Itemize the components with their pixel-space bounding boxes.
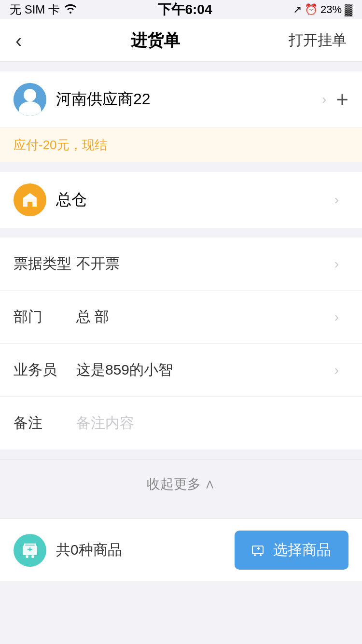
remark-row[interactable]: 备注 备注内容 — [0, 397, 362, 449]
product-count: 共0种商品 — [56, 540, 235, 560]
department-label: 部门 — [14, 307, 76, 327]
carrier-label: 无 SIM 卡 — [10, 2, 60, 17]
status-time: 下午6:04 — [158, 0, 212, 19]
body-fill — [0, 591, 362, 644]
nav-bar: ‹ 进货单 打开挂单 — [0, 19, 362, 62]
page-title: 进货单 — [131, 29, 180, 52]
product-section: 共0种商品 选择商品 — [0, 518, 362, 581]
invoice-type-value: 不开票 — [76, 254, 334, 274]
invoice-type-label: 票据类型 — [14, 254, 76, 274]
location-icon: ↗ — [293, 3, 302, 16]
supplier-avatar — [14, 83, 46, 116]
salesperson-row[interactable]: 业务员 这是859的小智 › — [0, 344, 362, 397]
avatar-person-icon — [14, 83, 46, 116]
product-cart-icon — [21, 542, 39, 559]
wifi-icon — [64, 3, 77, 16]
warehouse-icon — [21, 191, 39, 209]
supplier-chevron-icon: › — [322, 92, 326, 107]
svg-point-3 — [31, 555, 34, 558]
warehouse-icon-wrap — [14, 183, 46, 216]
invoice-type-chevron-icon: › — [334, 256, 339, 272]
open-pending-button[interactable]: 打开挂单 — [289, 30, 347, 50]
collapse-row[interactable]: 收起更多 ∧ — [0, 459, 362, 509]
salesperson-label: 业务员 — [14, 360, 76, 380]
supplier-section: 河南供应商22 › + 应付-20元，现结 — [0, 71, 362, 162]
warehouse-name: 总仓 — [56, 189, 334, 210]
remark-input[interactable]: 备注内容 — [76, 413, 348, 433]
svg-point-2 — [26, 555, 28, 558]
invoice-type-row[interactable]: 票据类型 不开票 › — [0, 238, 362, 291]
collapse-label: 收起更多 ∧ — [147, 476, 216, 491]
select-product-button[interactable]: 选择商品 — [235, 531, 348, 570]
back-button[interactable]: ‹ — [15, 31, 22, 50]
product-icon-wrap — [14, 534, 46, 567]
svg-rect-0 — [28, 202, 32, 207]
department-chevron-icon: › — [334, 309, 339, 325]
warehouse-section: 总仓 › — [0, 172, 362, 228]
status-left: 无 SIM 卡 — [10, 2, 77, 17]
add-supplier-button[interactable]: + — [336, 89, 348, 110]
warehouse-chevron-icon: › — [334, 192, 339, 208]
select-product-label: 选择商品 — [273, 540, 331, 560]
supplier-name: 河南供应商22 — [56, 89, 322, 110]
salesperson-chevron-icon: › — [334, 363, 339, 378]
department-value: 总 部 — [76, 307, 334, 327]
battery-label: 23% — [320, 3, 342, 16]
status-right: ↗ ⏰ 23% ▓ — [293, 3, 352, 16]
svg-point-5 — [254, 554, 256, 556]
warehouse-row[interactable]: 总仓 › — [0, 172, 362, 228]
remark-label: 备注 — [14, 413, 76, 433]
product-bar: 共0种商品 选择商品 — [0, 518, 362, 581]
select-product-icon — [252, 544, 267, 557]
svg-point-6 — [260, 554, 262, 556]
supplier-row[interactable]: 河南供应商22 › + — [0, 71, 362, 128]
notice-bar: 应付-20元，现结 — [0, 128, 362, 162]
form-section: 票据类型 不开票 › 部门 总 部 › 业务员 这是859的小智 › 备注 备注… — [0, 238, 362, 449]
battery-icon: ▓ — [345, 3, 352, 16]
salesperson-value: 这是859的小智 — [76, 360, 334, 380]
spacer-top — [0, 62, 362, 71]
alarm-icon: ⏰ — [305, 3, 318, 16]
department-row[interactable]: 部门 总 部 › — [0, 291, 362, 344]
status-bar: 无 SIM 卡 下午6:04 ↗ ⏰ 23% ▓ — [0, 0, 362, 19]
